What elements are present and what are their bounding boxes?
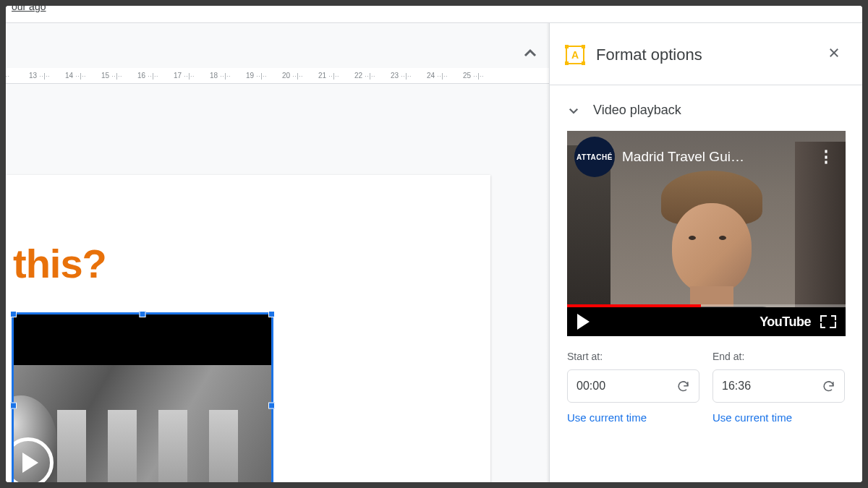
end-value: 16:36 [722, 380, 751, 393]
last-edit-fragment[interactable]: our ago [12, 6, 46, 12]
resize-handle[interactable] [140, 311, 146, 317]
channel-logo[interactable]: ATTACHÉ [574, 137, 615, 177]
play-button-icon[interactable] [577, 314, 590, 330]
close-sidebar-button[interactable] [823, 42, 845, 67]
section-title: Video playback [593, 103, 681, 118]
canvas-area[interactable]: 2· · | · ·13· · | · ·14· · | · ·15· · | … [6, 23, 549, 482]
app-window: our ago 2· · | · ·13· · | · ·14· · | · ·… [6, 6, 862, 482]
use-current-time-end[interactable]: Use current time [712, 411, 845, 424]
more-options-icon[interactable]: ⋮ [814, 147, 838, 166]
chevron-down-icon [567, 104, 580, 117]
selected-video-object[interactable] [12, 312, 273, 482]
video-controls: YouTube [567, 307, 846, 336]
main-area: 2· · | · ·13· · | · ·14· · | · ·15· · | … [6, 23, 862, 482]
start-value: 00:00 [576, 380, 605, 393]
section-toggle[interactable]: Video playback [567, 98, 845, 131]
refresh-start-icon[interactable] [676, 380, 690, 393]
video-thumbnail [14, 314, 271, 482]
start-time-column: Start at: 00:00 Use current time [567, 351, 699, 424]
horizontal-ruler[interactable]: 2· · | · ·13· · | · ·14· · | · ·15· · | … [6, 68, 549, 84]
end-time-input[interactable]: 16:36 [712, 369, 845, 403]
start-time-input[interactable]: 00:00 [567, 369, 699, 403]
time-controls: Start at: 00:00 Use current time End at: [567, 351, 845, 424]
format-options-sidebar: A Format options Video playback [549, 23, 862, 482]
topbar-fragment: our ago [6, 6, 862, 23]
fullscreen-icon[interactable] [821, 316, 835, 328]
video-title[interactable]: Madrid Travel Gui… [622, 149, 807, 165]
video-title-bar: ATTACHÉ Madrid Travel Gui… ⋮ [574, 137, 838, 177]
refresh-end-icon[interactable] [822, 380, 835, 393]
sidebar-header: A Format options [550, 23, 862, 85]
start-label: Start at: [567, 351, 699, 362]
end-time-column: End at: 16:36 Use current time [712, 351, 845, 424]
resize-handle[interactable] [10, 311, 17, 317]
video-playback-section: Video playback ATTACHÉ Mad [550, 85, 862, 424]
end-label: End at: [712, 351, 845, 362]
use-current-time-start[interactable]: Use current time [567, 411, 699, 424]
resize-handle[interactable] [10, 403, 17, 409]
resize-handle[interactable] [268, 311, 275, 317]
format-options-icon: A [566, 46, 584, 64]
youtube-logo[interactable]: YouTube [760, 314, 811, 330]
collapse-chevron-icon[interactable] [522, 45, 539, 66]
video-preview[interactable]: ATTACHÉ Madrid Travel Gui… ⋮ YouTube [567, 131, 846, 336]
sidebar-title: Format options [596, 46, 812, 64]
resize-handle[interactable] [268, 403, 275, 409]
slide-title-fragment: this? [13, 240, 106, 287]
